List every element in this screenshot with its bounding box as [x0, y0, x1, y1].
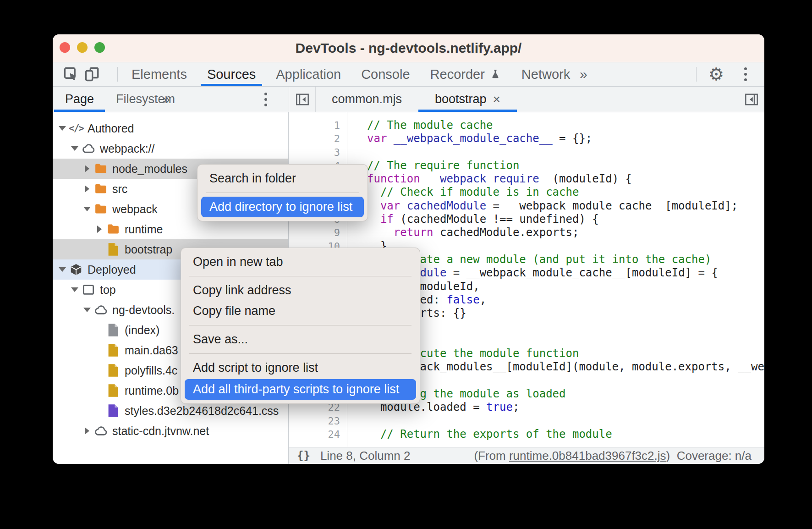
tree-item-label: (index): [125, 324, 159, 337]
code-line: 24 // Return the exports of the module: [289, 428, 764, 441]
code-token: = {};: [553, 132, 593, 145]
code-token: (moduleId) {: [553, 172, 632, 185]
tree-item-label: polyfills.4c: [125, 364, 177, 377]
expander-closed-icon[interactable]: [81, 185, 93, 193]
code-line-text: // The require function: [347, 159, 519, 172]
device-toolbar-icon[interactable]: [83, 62, 101, 86]
source-map-info: (From runtime.0b841bad3967f3c2.js) Cover…: [474, 449, 752, 463]
menu-divider: [206, 193, 359, 193]
menu-item-add-directory-to-ignore-list[interactable]: Add directory to ignore list: [201, 197, 364, 217]
line-number: 23: [289, 414, 347, 428]
expander-closed-icon[interactable]: [81, 427, 93, 435]
code-token: = __webpack_module_cache__[moduleId];: [486, 199, 738, 212]
flask-icon: [489, 68, 501, 80]
pretty-print-button[interactable]: {}: [297, 449, 310, 462]
toggle-navigator-icon[interactable]: [289, 87, 316, 112]
more-panels-chevron[interactable]: »: [580, 62, 587, 86]
file-tab-bootstrap[interactable]: bootstrap×: [418, 87, 517, 112]
code-token: __webpack_require__: [427, 172, 553, 185]
more-options-kebab-icon[interactable]: [736, 62, 755, 86]
panel-tab-console[interactable]: Console: [351, 62, 420, 86]
code-token: false: [446, 293, 479, 306]
maximize-window-button[interactable]: [94, 42, 105, 53]
sidebar-tab-label: Page: [65, 92, 94, 106]
expander-open-icon[interactable]: [81, 207, 93, 211]
code-token: var: [367, 132, 394, 145]
code-line: 23: [289, 414, 764, 428]
tree-item-label: runtime.0b: [125, 384, 179, 397]
expander-closed-icon[interactable]: [81, 165, 93, 172]
code-token: [367, 213, 380, 226]
source-map-link[interactable]: runtime.0b841bad3967f3c2.js: [509, 449, 666, 463]
inspect-element-icon[interactable]: [62, 62, 80, 86]
code-line-text: // The module cache: [347, 119, 493, 132]
editor-status-bar: {} Line 8, Column 2 (From runtime.0b841b…: [289, 447, 764, 464]
menu-item-copy-file-name[interactable]: Copy file name: [181, 301, 420, 321]
panel-tab-recorder[interactable]: Recorder: [420, 62, 511, 86]
minimize-window-button[interactable]: [77, 42, 88, 53]
code-line-text: [347, 414, 367, 428]
menu-item-label: Add directory to ignore list: [209, 200, 352, 214]
code-line: 2var __webpack_module_cache__ = {};: [289, 132, 764, 145]
tree-item-label: Deployed: [88, 263, 136, 276]
menu-item-add-script-to-ignore-list[interactable]: Add script to ignore list: [181, 358, 420, 378]
file-css-icon: [105, 403, 121, 418]
close-tab-icon[interactable]: ×: [493, 92, 500, 107]
code-token: // Check if module is in cache: [380, 186, 579, 198]
code-token: ,: [480, 293, 486, 306]
expander-open-icon[interactable]: [81, 308, 93, 312]
sidebar-kebab-icon[interactable]: [264, 87, 267, 112]
close-window-button[interactable]: [60, 42, 70, 53]
cloud-icon: [93, 424, 109, 438]
menu-divider: [189, 353, 411, 354]
expander-open-icon[interactable]: [69, 287, 81, 292]
tree-item-label: node_modules: [112, 162, 187, 176]
code-token: return: [394, 226, 440, 239]
tree-item-runtime[interactable]: runtime: [53, 219, 289, 239]
tree-item-label: ng-devtools.: [112, 303, 175, 317]
code-token: function: [367, 172, 427, 185]
file-tab-common-mjs[interactable]: common.mjs: [315, 87, 418, 112]
window-title: DevTools - ng-devtools.netlify.app/: [296, 40, 522, 56]
coverage-label: Coverage: n/a: [677, 449, 752, 463]
menu-item-label: Open in new tab: [193, 255, 283, 269]
folder-icon: [93, 182, 109, 196]
file-tab-label: common.mjs: [332, 92, 402, 106]
code-token: cachedModule: [407, 199, 486, 212]
tree-item-label: styles.d3e2b24618d2c641.css: [125, 404, 279, 418]
panel-tab-elements[interactable]: Elements: [121, 62, 197, 86]
toggle-debugger-sidebar-icon[interactable]: [744, 87, 759, 112]
menu-item-search-in-folder[interactable]: Search in folder: [198, 168, 368, 189]
sidebar-tab-filesystem[interactable]: Filesystem: [105, 87, 186, 112]
tree-item-static-cdn-jtvnw-net[interactable]: static-cdn.jtvnw.net: [53, 421, 289, 441]
expander-open-icon[interactable]: [56, 126, 68, 131]
tree-item-authored[interactable]: </>Authored: [53, 118, 289, 138]
code-line-text: function __webpack_require__(moduleId) {: [347, 172, 632, 186]
panel-tab-label: Application: [276, 67, 341, 82]
menu-item-open-in-new-tab[interactable]: Open in new tab: [181, 252, 420, 272]
code-line-text: if (cachedModule !== undefined) {: [347, 213, 599, 226]
menu-item-save-as[interactable]: Save as...: [181, 329, 420, 350]
panel-tab-label: Network: [521, 67, 570, 82]
code-line: 1// The module cache: [289, 119, 764, 132]
tree-item-label: top: [100, 283, 116, 297]
panel-tab-application[interactable]: Application: [266, 62, 351, 86]
settings-gear-icon[interactable]: ⚙: [707, 62, 725, 86]
menu-item-add-all-third-party-scripts-to-ignore-list[interactable]: Add all third-party scripts to ignore li…: [185, 379, 416, 400]
expander-closed-icon[interactable]: [93, 226, 105, 233]
sidebar-tab-page[interactable]: Page: [54, 87, 105, 112]
cursor-position-label: Line 8, Column 2: [320, 449, 411, 463]
file-tab-label: bootstrap: [435, 92, 487, 106]
sidebar-more-tabs-chevron[interactable]: »: [163, 87, 170, 112]
panel-tab-label: Console: [361, 67, 410, 82]
panel-tab-sources[interactable]: Sources: [197, 62, 266, 86]
code-token: cachedModule.exports;: [440, 226, 579, 239]
panel-tab-network[interactable]: Network: [511, 62, 580, 86]
tree-item-webpack[interactable]: webpack://: [53, 138, 289, 159]
editor-tab-strip: common.mjsbootstrap×: [289, 87, 764, 112]
expander-open-icon[interactable]: [56, 267, 68, 272]
menu-item-copy-link-address[interactable]: Copy link address: [181, 280, 420, 301]
expander-open-icon[interactable]: [69, 146, 81, 151]
tree-item-label: runtime: [125, 223, 163, 236]
folder-icon: [105, 222, 121, 237]
